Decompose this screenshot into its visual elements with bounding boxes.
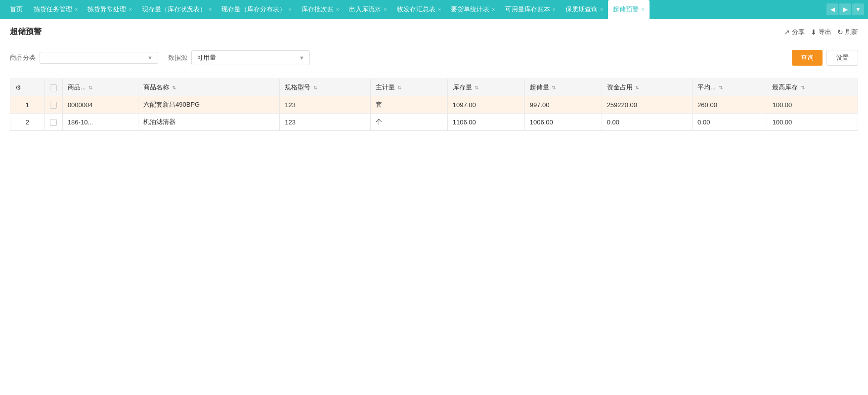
- col-label: 商品...: [68, 83, 86, 91]
- tab-ke-yong-liang[interactable]: 可用量库存账本 ×: [500, 0, 561, 19]
- tab-chao-chu-yu-jing[interactable]: 超储预警 ×: [608, 0, 649, 19]
- col-label: 商品名称: [143, 83, 169, 91]
- nav-right-button[interactable]: ▶: [839, 3, 851, 15]
- export-label: 导出: [819, 28, 831, 37]
- page-content: 超储预警 ↗ 分享 ⬇ 导出 ↻ 刷新 商品分类 ▼ 数据源: [0, 19, 868, 139]
- tab-label: 库存批次账: [302, 5, 334, 14]
- cell-avg: 0.00: [693, 114, 767, 131]
- tab-close-icon[interactable]: ×: [384, 6, 387, 12]
- tab-jian-huo-ren-wu[interactable]: 拣货任务管理 ×: [29, 0, 83, 19]
- export-icon: ⬇: [811, 28, 817, 36]
- col-gear[interactable]: ⚙: [10, 79, 45, 96]
- tab-shou-fa-cun[interactable]: 收发存汇总表 ×: [392, 0, 446, 19]
- cell-product-code: 186-10...: [62, 114, 138, 131]
- nav-arrows: ◀ ▶ ▼: [826, 3, 864, 15]
- tab-close-icon[interactable]: ×: [288, 6, 291, 12]
- sort-icon[interactable]: ⇅: [172, 85, 176, 90]
- tab-label: 出入库流水: [349, 5, 381, 14]
- sort-icon[interactable]: ⇅: [801, 85, 805, 90]
- col-product-code[interactable]: 商品... ⇅: [62, 79, 138, 96]
- col-label: 超储量: [530, 83, 549, 91]
- data-table: ⚙ 商品... ⇅ 商品名称 ⇅ 规格型号 ⇅ 主计量: [10, 79, 858, 131]
- sort-icon[interactable]: ⇅: [719, 85, 723, 90]
- tab-close-icon[interactable]: ×: [209, 6, 212, 12]
- tab-xian-cun-liang-fen-bu[interactable]: 现存量（库存分布表） ×: [217, 0, 296, 19]
- col-over-stock[interactable]: 超储量 ⇅: [524, 79, 602, 96]
- tab-jian-huo-yi-chang[interactable]: 拣货异常处理 ×: [83, 0, 136, 19]
- page-header: 超储预警 ↗ 分享 ⬇ 导出 ↻ 刷新: [10, 27, 858, 37]
- sort-icon[interactable]: ⇅: [397, 85, 401, 90]
- col-label: 最高库存: [772, 83, 798, 91]
- cell-over-stock: 997.00: [524, 96, 602, 114]
- datasource-filter: 数据源 可用量 ▼: [168, 50, 310, 65]
- tab-yao-huo-dan[interactable]: 要货单统计表 ×: [446, 0, 500, 19]
- col-label: 资金占用: [607, 83, 633, 91]
- col-avg[interactable]: 平均... ⇅: [693, 79, 767, 96]
- cell-unit: 套: [370, 96, 447, 114]
- row-checkbox[interactable]: [50, 102, 57, 109]
- settings-button[interactable]: 设置: [826, 50, 858, 66]
- cell-unit: 个: [370, 114, 447, 131]
- col-spec[interactable]: 规格型号 ⇅: [280, 79, 370, 96]
- category-filter: 商品分类 ▼: [10, 52, 158, 64]
- sort-icon[interactable]: ⇅: [475, 85, 478, 90]
- tab-label: 现存量（库存状况表）: [142, 5, 206, 14]
- nav-down-button[interactable]: ▼: [852, 3, 864, 15]
- col-stock[interactable]: 库存量 ⇅: [447, 79, 524, 96]
- col-label: 主计量: [376, 83, 395, 91]
- cell-product-name: 六配套新昌490BPG: [138, 96, 280, 114]
- datasource-label: 数据源: [168, 53, 187, 62]
- tab-close-icon[interactable]: ×: [492, 6, 495, 12]
- col-label: 平均...: [697, 83, 716, 91]
- datasource-select[interactable]: 可用量 ▼: [191, 50, 310, 65]
- category-select[interactable]: ▼: [40, 52, 158, 64]
- query-button[interactable]: 查询: [792, 50, 823, 66]
- share-button[interactable]: ↗ 分享: [784, 28, 805, 37]
- tab-chu-ru-ku[interactable]: 出入库流水 ×: [344, 0, 391, 19]
- tab-label: 拣货异常处理: [87, 5, 126, 14]
- tab-xian-cun-liang-kuai-cang[interactable]: 现存量（库存状况表） ×: [137, 0, 217, 19]
- col-unit[interactable]: 主计量 ⇅: [370, 79, 447, 96]
- tab-label: 现存量（库存分布表）: [221, 5, 286, 14]
- col-product-name[interactable]: 商品名称 ⇅: [138, 79, 280, 96]
- col-capital[interactable]: 资金占用 ⇅: [602, 79, 692, 96]
- sort-icon[interactable]: ⇅: [313, 85, 317, 90]
- home-tab[interactable]: 首页: [4, 0, 29, 19]
- tab-close-icon[interactable]: ×: [129, 6, 131, 12]
- refresh-icon: ↻: [837, 28, 843, 36]
- cell-spec: 123: [280, 96, 370, 114]
- tab-ku-cun-pi-ci[interactable]: 库存批次账 ×: [297, 0, 344, 19]
- share-label: 分享: [792, 28, 805, 37]
- cell-avg: 260.00: [693, 96, 767, 114]
- category-label: 商品分类: [10, 53, 36, 62]
- tab-label: 可用量库存账本: [505, 5, 550, 14]
- refresh-button[interactable]: ↻ 刷新: [837, 28, 858, 37]
- tab-close-icon[interactable]: ×: [438, 6, 441, 12]
- tab-close-icon[interactable]: ×: [336, 6, 339, 12]
- sort-icon[interactable]: ⇅: [88, 85, 92, 90]
- page-title: 超储预警: [10, 27, 42, 37]
- cell-capital: 259220.00: [602, 96, 692, 114]
- sort-icon[interactable]: ⇅: [552, 85, 556, 90]
- cell-stock: 1106.00: [447, 114, 524, 131]
- cell-product-name: 机油滤清器: [138, 114, 280, 131]
- tab-close-icon[interactable]: ×: [641, 6, 644, 12]
- cell-max-stock: 100.00: [767, 96, 858, 114]
- sort-icon[interactable]: ⇅: [635, 85, 639, 90]
- col-max-stock[interactable]: 最高库存 ⇅: [767, 79, 858, 96]
- tab-close-icon[interactable]: ×: [553, 6, 556, 12]
- cell-stock: 1097.00: [447, 96, 524, 114]
- select-all-checkbox[interactable]: [50, 84, 57, 91]
- tab-close-icon[interactable]: ×: [600, 6, 603, 12]
- topbar: 首页 拣货任务管理 × 拣货异常处理 × 现存量（库存状况表） × 现存量（库存…: [0, 0, 868, 19]
- row-num: 2: [10, 114, 45, 131]
- table-row: 2 186-10... 机油滤清器 123 个 1106.00 1006.00 …: [10, 114, 858, 131]
- col-select-all[interactable]: [44, 79, 62, 96]
- row-checkbox[interactable]: [50, 119, 57, 126]
- col-label: 规格型号: [285, 83, 310, 91]
- nav-left-button[interactable]: ◀: [826, 3, 838, 15]
- col-label: 库存量: [453, 83, 472, 91]
- tab-close-icon[interactable]: ×: [75, 6, 78, 12]
- export-button[interactable]: ⬇ 导出: [811, 28, 831, 37]
- tab-bao-zhi-qi[interactable]: 保质期查询 ×: [561, 0, 608, 19]
